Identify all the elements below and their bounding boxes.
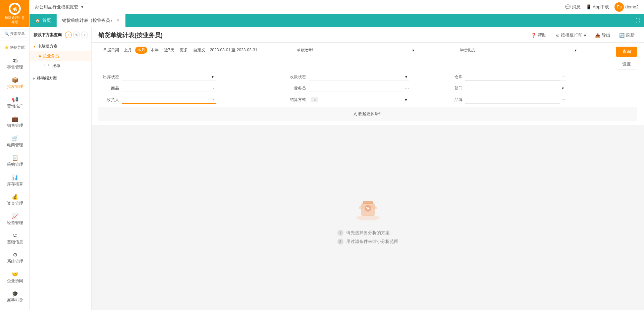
date-this-month[interactable]: 本月 <box>135 47 147 54</box>
page-title: 销货单统计表(按业务员) <box>98 31 163 39</box>
warehouse-more-icon[interactable]: ··· <box>561 74 566 80</box>
goods-label: 商品 <box>98 86 122 91</box>
panel-title: 按以下方案查询 <box>34 32 62 38</box>
sidebar-item-system[interactable]: ⚙ 系统管理 <box>0 248 29 268</box>
app-dropdown-icon[interactable]: ▾ <box>81 4 84 9</box>
warehouse-input[interactable] <box>465 73 560 81</box>
date-range-display: 2023-03-01 至 2023-03-31 <box>210 47 257 53</box>
section-arrow-right: ▶ <box>33 76 36 80</box>
sales-icon: 💼 <box>12 116 18 122</box>
search-menu-button[interactable]: 🔍 搜索菜单 <box>2 30 27 38</box>
enterprise-icon: 🤝 <box>12 271 18 277</box>
panel-add-button[interactable]: + <box>65 32 72 38</box>
warehouse-label: 仓库 <box>442 74 465 80</box>
sidebar-item-apps[interactable]: 🔷 应用中心 <box>0 307 29 310</box>
sidebar-item-enterprise[interactable]: 🤝 企业协同 <box>0 268 29 287</box>
left-panel: 按以下方案查询 + ✎ « ▼ 电脑端方案 按业务员 ⋮⋮ 按 <box>30 27 92 310</box>
recipient-input[interactable] <box>122 96 210 103</box>
brand-more-icon[interactable]: ··· <box>561 97 566 103</box>
sidebar-item-ecommerce[interactable]: 🛒 电商管理 <box>0 132 29 151</box>
refresh-button[interactable]: 🔄 刷新 <box>616 31 637 40</box>
tab-home[interactable]: 🏠 首页 <box>30 14 57 27</box>
avatar: Ea <box>614 2 624 12</box>
panel-edit-button[interactable]: ✎ <box>73 32 80 38</box>
recipient-label: 收货人 <box>98 97 122 103</box>
staff-input[interactable] <box>309 84 404 92</box>
panel-section-mobile: ▶ 移动端方案 <box>30 72 91 85</box>
sidebar-item-purchase[interactable]: 📋 采购管理 <box>0 151 29 171</box>
tab-expand-button[interactable]: ⛶ <box>631 14 644 27</box>
app-title: 办公用品行业模拟账套 <box>35 4 78 10</box>
goods-input[interactable] <box>122 84 210 92</box>
settings-button[interactable]: 设置 <box>616 59 637 69</box>
out-status-label: 出库状态 <box>98 74 122 80</box>
right-content: 销货单统计表(按业务员) ❓ 帮助 🖨 按模板打印 ▾ 📤 导出 <box>92 27 644 310</box>
doc-status-select[interactable]: ▾ <box>478 47 579 54</box>
payment-method-clear[interactable]: × <box>314 98 316 102</box>
app-download-button[interactable]: 📱 App下载 <box>586 4 609 10</box>
refresh-icon: 🔄 <box>619 33 625 38</box>
ecommerce-icon: 🛒 <box>12 135 18 142</box>
date-this-year[interactable]: 本年 <box>149 47 161 54</box>
collapse-button[interactable]: ⋀ 收起更多条件 <box>98 107 637 121</box>
logo-icon: 畅 <box>9 3 21 15</box>
date-last-month[interactable]: 上月 <box>122 47 134 54</box>
user-menu[interactable]: Ea demo2 <box>614 2 639 12</box>
export-button[interactable]: 📤 导出 <box>592 31 613 40</box>
staff-more-icon[interactable]: ··· <box>405 85 409 91</box>
sidebar-item-marketing[interactable]: 📢 营销推广 <box>0 93 29 112</box>
sidebar-item-newuser[interactable]: 🎓 新手引导 <box>0 287 29 307</box>
home-icon: 🏠 <box>35 18 40 23</box>
out-status-dropdown: ▾ <box>212 74 214 79</box>
expand-icon: ⛶ <box>636 18 640 23</box>
operations-icon: 📈 <box>12 213 18 219</box>
staff-label: 业务员 <box>285 86 309 91</box>
sidebar-item-inventory[interactable]: 📊 库存核算 <box>0 171 29 190</box>
template-print-button[interactable]: 🖨 按模板打印 ▾ <box>552 31 589 40</box>
payment-method-dropdown[interactable]: ▾ <box>405 97 407 102</box>
doc-type-select[interactable]: ▾ <box>316 47 416 54</box>
panel-item-by-staff[interactable]: 按业务员 <box>30 51 91 61</box>
tabbar: 🏠 首页 销货单统计表（按业务员） ✕ ⛶ <box>30 14 644 27</box>
date-custom[interactable]: 自定义 <box>191 47 207 54</box>
page-actions: ❓ 帮助 🖨 按模板打印 ▾ 📤 导出 🔄 刷新 <box>528 31 637 40</box>
payment-status-select[interactable]: ▾ <box>309 73 409 81</box>
empty-state: 1 请先选择要分析的方案 2 用过滤条件来缩小分析范围 <box>92 125 644 310</box>
sidebar-item-sales[interactable]: 💼 销售管理 <box>0 112 29 132</box>
date-more[interactable]: 更多 <box>178 47 190 54</box>
query-button[interactable]: 查询 <box>616 47 637 57</box>
marketing-icon: 📢 <box>12 96 18 103</box>
inventory-icon: 📊 <box>12 174 18 180</box>
sidebar: 畅 畅捷通好生意 标版 🔍 搜索菜单 ⭐ 快捷导航 🛍 零售管理 📦 批发管理 … <box>0 0 30 310</box>
out-status-select[interactable]: ▾ <box>122 73 216 81</box>
panel-section-mobile-header[interactable]: ▶ 移动端方案 <box>30 73 91 83</box>
retail-icon: 🛍 <box>12 58 18 64</box>
active-dot <box>39 55 41 57</box>
sidebar-item-finance[interactable]: 💰 资金管理 <box>0 190 29 210</box>
panel-collapse-button[interactable]: « <box>81 32 88 38</box>
panel-section-pc-header[interactable]: ▼ 电脑端方案 <box>30 42 91 51</box>
base-icon: 🗂 <box>12 232 18 239</box>
message-icon: 💬 <box>565 4 571 9</box>
export-icon: 📤 <box>595 33 600 38</box>
tab-sales-stat[interactable]: 销货单统计表（按业务员） ✕ <box>57 14 125 27</box>
help-button[interactable]: ❓ 帮助 <box>528 31 549 40</box>
tab-close-icon[interactable]: ✕ <box>116 18 120 23</box>
dept-dropdown: ▾ <box>562 86 564 91</box>
recipient-more-icon[interactable]: ··· <box>211 97 216 103</box>
dept-select[interactable]: ▾ <box>465 85 566 92</box>
query-buttons: 查询 设置 <box>616 47 637 69</box>
panel-sub-item-by-order[interactable]: ⋮⋮ 按单 <box>30 61 91 71</box>
sidebar-item-operations[interactable]: 📈 经营管理 <box>0 210 29 229</box>
quick-nav-button[interactable]: ⭐ 快捷导航 <box>0 43 29 52</box>
content-area: 按以下方案查询 + ✎ « ▼ 电脑端方案 按业务员 ⋮⋮ 按 <box>30 27 644 310</box>
finance-icon: 💰 <box>12 194 18 200</box>
goods-more-icon[interactable]: ··· <box>211 85 216 91</box>
date-7days[interactable]: 近7天 <box>162 47 176 54</box>
sidebar-item-wholesale[interactable]: 📦 批发管理 <box>0 73 29 93</box>
doc-status-label: 单据状态 <box>454 48 478 53</box>
sidebar-item-base[interactable]: 🗂 基础信息 <box>0 229 29 248</box>
brand-input[interactable] <box>465 96 560 104</box>
message-button[interactable]: 💬 消息 <box>565 4 581 10</box>
sidebar-item-retail[interactable]: 🛍 零售管理 <box>0 54 29 73</box>
